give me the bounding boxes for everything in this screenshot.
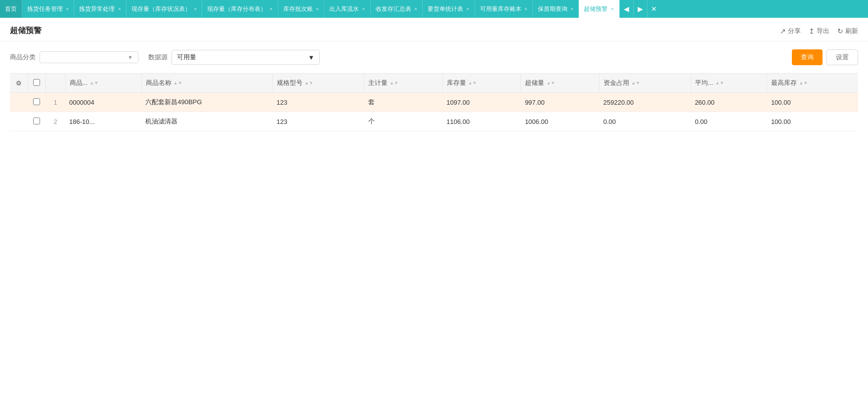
row-stock: 1106.00 <box>442 112 521 131</box>
nav-requisition[interactable]: 要货单统计表 × <box>423 0 475 18</box>
nav-stock-dist-close[interactable]: × <box>269 6 272 12</box>
share-button[interactable]: ↗ 分享 <box>780 27 801 36</box>
th-unit[interactable]: 主计量 ▲▼ <box>364 74 443 93</box>
sort-icon-overstock: ▲▼ <box>546 80 555 85</box>
sort-icon-stock: ▲▼ <box>468 80 477 85</box>
th-gear[interactable]: ⚙ <box>10 74 28 93</box>
sort-icon-capital: ▲▼ <box>631 80 640 85</box>
nav-batch[interactable]: 库存批次账 × <box>278 0 324 18</box>
nav-home-label: 首页 <box>5 5 17 13</box>
filter-category: 商品分类 ▼ <box>10 51 138 63</box>
row-spec: 123 <box>273 93 364 112</box>
th-product-code-sort[interactable]: 商品... ▲▼ <box>70 79 99 87</box>
nav-inout-close[interactable]: × <box>362 6 365 12</box>
th-spec[interactable]: 规格型号 ▲▼ <box>273 74 364 93</box>
th-spec-label: 规格型号 <box>277 79 303 87</box>
row-product-code: 186-10... <box>65 112 141 131</box>
sort-icon-product-name: ▲▼ <box>174 80 182 85</box>
nav-task-mgmt-close[interactable]: × <box>66 6 69 12</box>
nav-summary-close[interactable]: × <box>414 6 417 12</box>
th-capital[interactable]: 资金占用 ▲▼ <box>600 74 691 93</box>
row-avg: 260.00 <box>691 93 767 112</box>
row-over-stock: 1006.00 <box>521 112 600 131</box>
nav-batch-label: 库存批次账 <box>283 5 313 13</box>
nav-overstock-close[interactable]: × <box>610 6 613 12</box>
top-nav: 首页 拣货任务管理 × 拣货异常处理 × 现存量（库存状况表） × 现存量（库存… <box>0 0 868 18</box>
datasource-select[interactable]: 可用量 ▼ <box>172 50 320 65</box>
th-unit-label: 主计量 <box>368 79 388 87</box>
nav-task-mgmt[interactable]: 拣货任务管理 × <box>22 0 74 18</box>
datasource-dropdown-icon: ▼ <box>308 54 314 61</box>
row-gear-cell <box>10 93 28 112</box>
th-overstock[interactable]: 超储量 ▲▼ <box>521 74 600 93</box>
row-checkbox-cell[interactable] <box>28 93 45 112</box>
nav-available-label: 可用量库存账本 <box>480 5 521 13</box>
share-label: 分享 <box>788 27 801 36</box>
table-row[interactable]: 2 186-10... 机油滤清器 123 个 1106.00 1006.00 … <box>10 112 858 131</box>
nav-batch-close[interactable]: × <box>316 6 319 12</box>
table-body: 1 0000004 六配套新昌490BPG 123 套 1097.00 997.… <box>10 93 858 131</box>
filter-bar: 商品分类 ▼ 数据源 可用量 ▼ 查询 设置 <box>0 41 868 73</box>
row-product-code: 0000004 <box>65 93 141 112</box>
row-checkbox-cell[interactable] <box>28 112 45 131</box>
nav-next-arrow[interactable]: ▶ <box>633 0 647 18</box>
row-unit: 套 <box>364 93 443 112</box>
th-max-stock-sort[interactable]: 最高库存 ▲▼ <box>771 79 808 87</box>
row-capital: 0.00 <box>600 112 691 131</box>
refresh-icon: ↻ <box>837 27 843 35</box>
th-max-stock[interactable]: 最高库存 ▲▼ <box>767 74 858 93</box>
row-avg: 0.00 <box>691 112 767 131</box>
table-header-row: ⚙ 商品... ▲▼ 商品名称 <box>10 74 858 93</box>
row-index: 1 <box>45 93 65 112</box>
nav-prev-arrow[interactable]: ◀ <box>619 0 633 18</box>
nav-available-close[interactable]: × <box>524 6 527 12</box>
nav-quality-close[interactable]: × <box>570 6 573 12</box>
nav-stock-dist[interactable]: 现存量（库存分布表） × <box>202 0 278 18</box>
th-product-name-sort[interactable]: 商品名称 ▲▼ <box>146 79 182 87</box>
nav-stock-status-close[interactable]: × <box>194 6 197 12</box>
refresh-button[interactable]: ↻ 刷新 <box>837 27 858 36</box>
th-avg[interactable]: 平均... ▲▼ <box>691 74 767 93</box>
nav-abnormal-close[interactable]: × <box>118 6 121 12</box>
th-avg-sort[interactable]: 平均... ▲▼ <box>695 79 724 87</box>
th-unit-sort[interactable]: 主计量 ▲▼ <box>368 79 398 87</box>
settings-button[interactable]: 设置 <box>826 49 858 65</box>
row-capital: 259220.00 <box>600 93 691 112</box>
row-gear-cell <box>10 112 28 131</box>
category-select[interactable]: ▼ <box>40 51 138 63</box>
th-spec-sort[interactable]: 规格型号 ▲▼ <box>277 79 313 87</box>
nav-home[interactable]: 首页 <box>0 0 22 18</box>
row-max-stock: 100.00 <box>767 93 858 112</box>
nav-close-all-arrow[interactable]: ✕ <box>647 0 661 18</box>
query-button[interactable]: 查询 <box>792 49 823 65</box>
th-product-name[interactable]: 商品名称 ▲▼ <box>141 74 272 93</box>
nav-requisition-label: 要货单统计表 <box>428 5 463 13</box>
row-checkbox[interactable] <box>33 118 40 124</box>
category-label: 商品分类 <box>10 53 36 62</box>
row-checkbox[interactable] <box>33 98 40 105</box>
export-button[interactable]: ↥ 导出 <box>809 27 829 36</box>
header-actions: ↗ 分享 ↥ 导出 ↻ 刷新 <box>780 27 858 36</box>
category-dropdown-icon: ▼ <box>128 54 133 60</box>
row-product-name: 机油滤清器 <box>141 112 272 131</box>
nav-summary-label: 收发存汇总表 <box>376 5 411 13</box>
nav-summary[interactable]: 收发存汇总表 × <box>371 0 423 18</box>
th-product-code[interactable]: 商品... ▲▼ <box>65 74 141 93</box>
nav-abnormal[interactable]: 拣货异常处理 × <box>74 0 126 18</box>
th-overstock-sort[interactable]: 超储量 ▲▼ <box>525 79 555 87</box>
th-checkbox[interactable] <box>28 74 45 93</box>
nav-stock-status-label: 现存量（库存状况表） <box>131 5 191 13</box>
page-header: 超储预警 ↗ 分享 ↥ 导出 ↻ 刷新 <box>0 18 868 41</box>
nav-stock-status[interactable]: 现存量（库存状况表） × <box>127 0 202 18</box>
nav-overstock[interactable]: 超储预警 × <box>579 0 619 18</box>
nav-requisition-close[interactable]: × <box>466 6 469 12</box>
table-row[interactable]: 1 0000004 六配套新昌490BPG 123 套 1097.00 997.… <box>10 93 858 112</box>
nav-quality[interactable]: 保质期查询 × <box>533 0 579 18</box>
th-capital-sort[interactable]: 资金占用 ▲▼ <box>604 79 640 87</box>
th-stock-sort[interactable]: 库存量 ▲▼ <box>447 79 477 87</box>
nav-inout-label: 出入库流水 <box>329 5 359 13</box>
th-stock[interactable]: 库存量 ▲▼ <box>442 74 521 93</box>
nav-available[interactable]: 可用量库存账本 × <box>475 0 533 18</box>
select-all-checkbox[interactable] <box>33 79 40 86</box>
nav-inout[interactable]: 出入库流水 × <box>324 0 370 18</box>
